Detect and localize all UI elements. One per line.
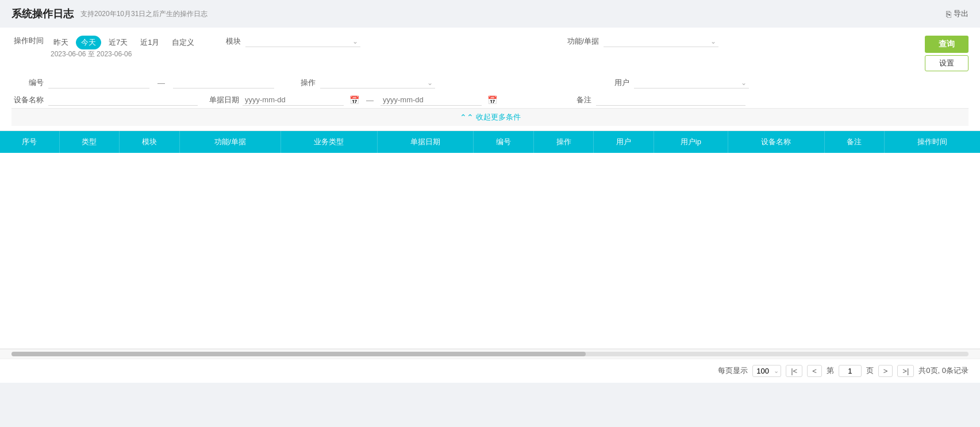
table-header: 序号 类型 模块 功能/单据 业务类型 单据日期 编号 操作 用户 用户ip 设…	[0, 131, 980, 153]
export-icon: ⎘	[946, 9, 951, 19]
code-label: 编号	[11, 78, 44, 88]
page-number-input[interactable]	[839, 365, 862, 377]
module-label: 模块	[209, 36, 241, 47]
user-select[interactable]	[634, 77, 749, 89]
remark-label: 备注	[559, 95, 591, 105]
user-select-wrapper: ⌄	[634, 77, 749, 89]
collapse-label: 收起更多条件	[476, 112, 521, 122]
query-button[interactable]: 查询	[925, 36, 969, 53]
time-options: 昨天 今天 近7天 近1月 自定义	[48, 36, 199, 49]
voucher-date-label: 单据日期	[207, 95, 239, 105]
time-btn-custom[interactable]: 自定义	[167, 36, 199, 49]
data-table: 序号 类型 模块 功能/单据 业务类型 单据日期 编号 操作 用户 用户ip 设…	[0, 131, 980, 349]
export-button[interactable]: ⎘ 导出	[946, 9, 969, 19]
col-user: 用户	[594, 131, 654, 153]
scrollbar-thumb[interactable]	[11, 352, 586, 356]
time-btn-7days[interactable]: 近7天	[103, 36, 133, 49]
scrollbar-track[interactable]	[11, 352, 969, 356]
module-select[interactable]	[245, 36, 360, 47]
collapse-icon: ⌃⌃	[460, 113, 474, 122]
col-remark: 备注	[824, 131, 884, 153]
col-biz-type: 业务类型	[281, 131, 378, 153]
col-module: 模块	[120, 131, 179, 153]
page-header: 系统操作日志 支持2020年10月31日之后产生的操作日志 ⎘ 导出	[0, 0, 980, 28]
col-device: 设备名称	[728, 131, 824, 153]
col-type: 类型	[59, 131, 119, 153]
page-title: 系统操作日志	[11, 7, 74, 21]
total-label: 共0页, 0条记录	[918, 366, 969, 376]
col-voucher-date: 单据日期	[377, 131, 474, 153]
scrollbar-area	[0, 349, 980, 359]
pagination: 每页显示 100 50 200 ⌄ |< < 第 页 > >| 共0页, 0条记…	[0, 359, 980, 383]
code-from-input[interactable]	[48, 77, 149, 89]
date-to-input[interactable]	[381, 94, 482, 106]
date-from-input[interactable]	[243, 94, 344, 106]
last-page-button[interactable]: >|	[897, 365, 914, 377]
empty-cell	[0, 153, 980, 348]
col-op-time: 操作时间	[884, 131, 980, 153]
func-label: 功能/单据	[567, 36, 599, 47]
col-seq: 序号	[0, 131, 59, 153]
next-page-button[interactable]: >	[878, 365, 893, 377]
operation-select[interactable]	[320, 77, 435, 89]
device-label: 设备名称	[11, 95, 44, 105]
time-btn-1month[interactable]: 近1月	[135, 36, 164, 49]
time-label: 操作时间	[11, 36, 44, 46]
table-container: 序号 类型 模块 功能/单据 业务类型 单据日期 编号 操作 用户 用户ip 设…	[0, 131, 980, 349]
prev-page-button[interactable]: <	[807, 365, 822, 377]
settings-button[interactable]: 设置	[925, 55, 969, 71]
user-label: 用户	[597, 78, 629, 88]
code-to-input[interactable]	[173, 77, 274, 89]
calendar-from-icon[interactable]: 📅	[349, 95, 359, 105]
calendar-to-icon[interactable]: 📅	[487, 95, 497, 105]
page-label-pre: 第	[827, 366, 834, 376]
action-buttons: 查询 设置	[925, 36, 969, 71]
table-body	[0, 153, 980, 348]
first-page-button[interactable]: |<	[786, 365, 802, 377]
time-btn-yesterday[interactable]: 昨天	[48, 36, 74, 49]
col-user-ip: 用户ip	[654, 131, 728, 153]
remark-input[interactable]	[596, 94, 745, 106]
col-operation: 操作	[533, 131, 593, 153]
page-subtitle: 支持2020年10月31日之后产生的操作日志	[80, 9, 207, 19]
col-code: 编号	[474, 131, 533, 153]
device-input[interactable]	[48, 94, 198, 106]
operation-label: 操作	[283, 78, 316, 88]
func-select-wrapper: ⌄	[604, 36, 718, 47]
time-range-text: 2023-06-06 至 2023-06-06	[51, 49, 199, 59]
page-size-select[interactable]: 100 50 200	[752, 365, 781, 377]
time-btn-today[interactable]: 今天	[76, 36, 101, 49]
module-select-wrapper: ⌄	[245, 36, 360, 47]
page-label-post: 页	[866, 366, 874, 376]
func-select[interactable]	[604, 36, 718, 47]
col-func: 功能/单据	[179, 131, 280, 153]
collapse-bar[interactable]: ⌃⌃ 收起更多条件	[11, 108, 969, 126]
page-size-label: 每页显示	[718, 366, 748, 376]
filter-area: 操作时间 昨天 今天 近7天 近1月 自定义 2023-06-06 至 2023…	[0, 28, 980, 131]
operation-select-wrapper: ⌄	[320, 77, 435, 89]
